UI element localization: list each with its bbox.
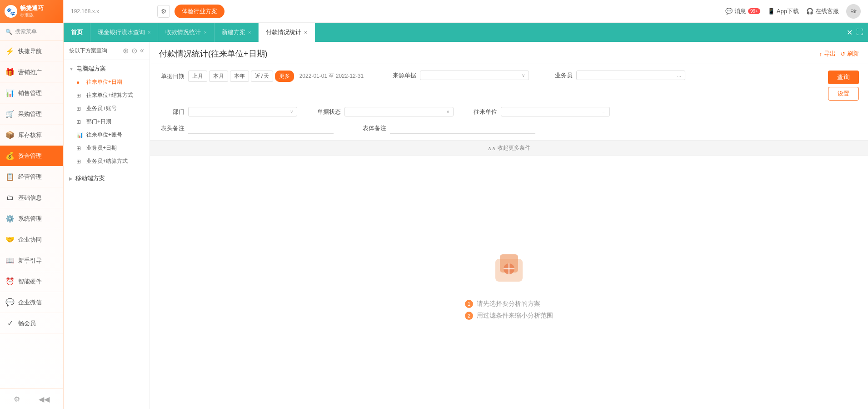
unit-date-icon: ● — [76, 79, 84, 86]
date-this-month[interactable]: 本月 — [209, 71, 228, 82]
tab-payment-stats[interactable]: 付款情况统计 × — [259, 23, 314, 42]
source-filter-group: 来源单据 ∨ — [391, 71, 529, 80]
sidebar-item-enterprise[interactable]: 🤝 企业协同 — [0, 229, 63, 250]
date-range: 2022-01-01 至 2022-12-31 — [299, 72, 364, 80]
scheme-settings-btn[interactable]: ⊙ — [131, 46, 137, 55]
guide-icon: 📖 — [5, 256, 15, 265]
tab-bank-flow-close[interactable]: × — [148, 30, 150, 35]
enterprise-icon: 🤝 — [5, 235, 15, 244]
sidebar-item-marketing[interactable]: 🎁 营销推广 — [0, 62, 63, 83]
scheme-item-staff-date[interactable]: ⊞ 业务员+日期 — [64, 141, 150, 155]
sidebar-item-purchase[interactable]: 🛒 采购管理 — [0, 104, 63, 125]
export-icon: ↑ — [819, 50, 823, 57]
date-last-month[interactable]: 上月 — [188, 71, 207, 82]
scheme-header-actions: ⊕ ⊙ « — [123, 46, 144, 55]
sidebar-item-quick-nav[interactable]: ⚡ 快捷导航 — [0, 41, 63, 62]
sidebar-search[interactable]: 🔍 搜索菜单 — [0, 23, 63, 41]
page-header: 付款情况统计(往来单位+日期) ↑ 导出 ↺ 刷新 — [150, 42, 868, 64]
partner-select[interactable]: … — [501, 107, 610, 116]
page-header-actions: ↑ 导出 ↺ 刷新 — [819, 50, 859, 58]
scheme-section-mobile-title[interactable]: ▶ 移动端方案 — [64, 172, 150, 185]
tab-new-scheme-close[interactable]: × — [248, 30, 251, 35]
dept-date-icon: ⊞ — [76, 119, 84, 125]
filter-area: 单据日期 上月 本月 本年 近7天 更多 2022-01-01 至 2022-1… — [150, 64, 868, 141]
scheme-item-dept-date[interactable]: ⊞ 部门+日期 — [64, 115, 150, 128]
sidebar-logo: 🐾 畅捷通巧 标准版 — [0, 0, 63, 23]
sidebar-item-business[interactable]: 📋 经营管理 — [0, 167, 63, 187]
scheme-item-unit-date[interactable]: ● 往来单位+日期 — [64, 76, 150, 89]
staff-select[interactable]: … — [576, 71, 685, 80]
scheme-add-btn[interactable]: ⊕ — [123, 46, 129, 55]
scheme-section-desktop-title[interactable]: ▼ 电脑端方案 — [64, 62, 150, 76]
scheme-section-desktop: ▼ 电脑端方案 ● 往来单位+日期 ⊞ 往来单位+结算方式 ⊞ 业务员+账号 ⊞ — [64, 60, 150, 170]
source-filter-label: 来源单据 — [391, 71, 416, 80]
tab-receipt-stats[interactable]: 收款情况统计 × — [158, 23, 214, 42]
body-note-input[interactable] — [390, 123, 535, 134]
date-more-btn[interactable]: 更多 — [275, 71, 294, 82]
expand-tab-btn[interactable]: ⛶ — [856, 28, 863, 36]
page-title: 付款情况统计(往来单位+日期) — [159, 48, 268, 59]
partner-filter-label: 往来单位 — [472, 108, 497, 116]
sidebar-item-guide[interactable]: 📖 新手引导 — [0, 250, 63, 271]
tab-bank-flow[interactable]: 现金银行流水查询 × — [90, 23, 158, 42]
basic-icon: 🗂 — [5, 194, 15, 202]
content-area: 付款情况统计(往来单位+日期) ↑ 导出 ↺ 刷新 — [150, 42, 868, 409]
collapse-bar[interactable]: ∧∧ 收起更多条件 — [150, 141, 868, 156]
service-label: 在线客服 — [815, 7, 839, 15]
refresh-icon: ↺ — [840, 50, 845, 57]
date-this-year[interactable]: 本年 — [230, 71, 249, 82]
tab-receipt-stats-close[interactable]: × — [204, 30, 206, 35]
sidebar-item-system[interactable]: ⚙️ 系统管理 — [0, 208, 63, 229]
user-name: Rit — [846, 4, 861, 19]
doc-status-select[interactable]: ∨ — [344, 107, 454, 116]
scheme-item-staff-settle[interactable]: ⊞ 业务员+结算方式 — [64, 155, 150, 168]
app-download-action[interactable]: 📱 App下载 — [768, 7, 799, 15]
empty-state: 1 请先选择要分析的方案 2 用过滤条件来缩小分析范围 — [150, 156, 868, 409]
topbar-actions: 💬 消息 99+ 📱 App下载 🎧 在线客服 Rit — [725, 4, 861, 19]
refresh-btn[interactable]: ↺ 刷新 — [840, 50, 859, 58]
app-icon: 📱 — [768, 8, 775, 15]
header-note-input[interactable] — [188, 123, 334, 134]
footer-collapse-btn[interactable]: ◀◀ — [39, 395, 50, 404]
scheme-collapse-btn[interactable]: « — [140, 46, 144, 55]
partner-select-arrow: … — [601, 109, 606, 114]
search-label: 搜索菜单 — [15, 28, 37, 35]
tab-new-scheme[interactable]: 新建方案 × — [215, 23, 259, 42]
date-7days[interactable]: 近7天 — [251, 71, 273, 82]
body-note-label: 表体备注 — [361, 124, 386, 132]
sidebar-item-wechat[interactable]: 💬 企业微信 — [0, 292, 63, 313]
user-avatar[interactable]: Rit — [846, 4, 861, 19]
staff-account-icon: ⊞ — [76, 106, 84, 112]
empty-hint-1: 1 请先选择要分析的方案 — [465, 300, 553, 308]
query-btn[interactable]: 查询 — [828, 71, 859, 84]
message-action[interactable]: 💬 消息 99+ — [725, 7, 760, 15]
scheme-item-unit-account[interactable]: 📊 往来单位+账号 — [64, 128, 150, 141]
tab-home[interactable]: 首页 — [64, 23, 90, 42]
source-select[interactable]: ∨ — [420, 71, 529, 80]
hint-text-2: 用过滤条件来缩小分析范围 — [477, 312, 553, 320]
trial-btn[interactable]: 体验行业方案 — [175, 5, 224, 18]
close-all-tabs-btn[interactable]: ✕ — [847, 28, 853, 37]
sidebar-item-sales[interactable]: 📊 销售管理 — [0, 83, 63, 104]
tab-payment-stats-close[interactable]: × — [304, 30, 307, 35]
sidebar-item-basic[interactable]: 🗂 基础信息 — [0, 187, 63, 208]
sidebar-item-capital[interactable]: 💰 资金管理 — [0, 146, 63, 167]
sidebar-item-member[interactable]: ✓ 畅会员 — [0, 313, 63, 334]
topbar-settings-btn[interactable]: ⚙ — [157, 5, 170, 18]
wechat-icon: 💬 — [5, 298, 15, 307]
filter-settings-btn[interactable]: 设置 — [828, 87, 859, 101]
main-area: 192.168.x.x ⚙ 体验行业方案 💬 消息 99+ 📱 App下载 🎧 … — [64, 0, 868, 409]
sidebar-item-inventory[interactable]: 📦 库存核算 — [0, 125, 63, 146]
empty-hint-2: 2 用过滤条件来缩小分析范围 — [465, 312, 553, 320]
dept-select[interactable]: ∨ — [188, 107, 297, 116]
scheme-section-mobile: ▶ 移动端方案 — [64, 170, 150, 187]
hardware-icon: ⏰ — [5, 277, 15, 286]
service-action[interactable]: 🎧 在线客服 — [806, 7, 839, 15]
scheme-item-staff-account[interactable]: ⊞ 业务员+账号 — [64, 102, 150, 115]
export-btn[interactable]: ↑ 导出 — [819, 50, 836, 58]
footer-settings-btn[interactable]: ⚙ — [14, 395, 20, 404]
scheme-item-unit-settle[interactable]: ⊞ 往来单位+结算方式 — [64, 89, 150, 102]
source-select-arrow: ∨ — [522, 73, 525, 78]
sidebar-item-hardware[interactable]: ⏰ 智能硬件 — [0, 271, 63, 292]
logo-name: 畅捷通巧 — [20, 5, 44, 12]
